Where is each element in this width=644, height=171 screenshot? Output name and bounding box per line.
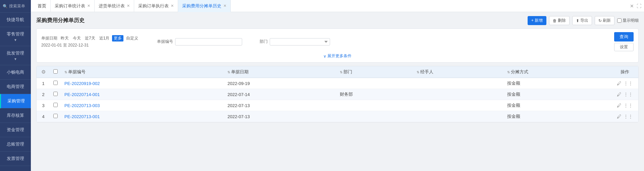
- tab-home[interactable]: 首页: [34, 0, 51, 12]
- tab-purchase-cost-history[interactable]: 采购费用分摊单历史 ✕: [178, 0, 231, 12]
- table-row: 4 PE-20220713-001 2022-07-13 按金额 🖊 ⋮⋮: [37, 111, 638, 122]
- tab-purchase-order-exec-label: 采购订单执行表: [138, 3, 169, 9]
- dept-select[interactable]: 财务部: [270, 38, 330, 46]
- row-checkbox[interactable]: [53, 114, 58, 118]
- more-icon[interactable]: ⋮⋮: [624, 81, 633, 86]
- cell-checkbox[interactable]: [50, 111, 61, 122]
- delete-icon: 🗑: [553, 18, 557, 23]
- table-header: ⚙ ⇅ 单据编号 ⇅ 单据日期: [37, 66, 638, 78]
- doc-no-link[interactable]: PE-20220714-001: [64, 92, 100, 97]
- th-split-method[interactable]: ⇅ 分摊方式: [504, 66, 611, 78]
- cell-ops: 🖊 ⋮⋮: [611, 78, 638, 89]
- ops-icons: 🖊 ⋮⋮: [615, 114, 635, 119]
- cell-handler: [413, 89, 504, 100]
- row-checkbox[interactable]: [53, 103, 58, 107]
- tab-purchase-order-stats[interactable]: 采购订单统计表 ✕: [51, 0, 95, 12]
- sidebar: 🔍 搜索菜单 快捷导航 零售管理 ▼ 批发管理 ▼ 小畅电商 电商管理 采购管理…: [0, 0, 31, 171]
- sidebar-item-ecommerce[interactable]: 电商管理: [0, 80, 31, 94]
- more-icon[interactable]: ⋮⋮: [624, 114, 633, 119]
- sidebar-item-invoice[interactable]: 发票管理: [0, 152, 31, 166]
- export-button[interactable]: ⬆ 导出: [572, 16, 592, 25]
- cell-checkbox[interactable]: [50, 89, 61, 100]
- add-button[interactable]: + 新增: [528, 16, 546, 25]
- more-icon[interactable]: ⋮⋮: [624, 103, 633, 108]
- header-actions: + 新增 🗑 删除 ⬆ 导出 ↻ 刷新 显示明细: [528, 16, 639, 25]
- edit-icon[interactable]: 🖊: [617, 81, 622, 86]
- date-btn-more[interactable]: 更多: [112, 35, 123, 41]
- sidebar-item-ledger[interactable]: 总账管理: [0, 137, 31, 152]
- dept-label: 部门: [260, 39, 268, 45]
- edit-icon[interactable]: 🖊: [617, 114, 622, 119]
- sidebar-ledger-label: 总账管理: [7, 141, 24, 147]
- close-icon[interactable]: ✕: [171, 4, 174, 8]
- th-settings[interactable]: ⚙: [37, 66, 50, 78]
- date-filter-label: 单据日期: [41, 35, 57, 41]
- date-btn-today[interactable]: 今天: [71, 35, 82, 41]
- doc-no-link[interactable]: PE-20220713-001: [64, 114, 100, 119]
- more-icon[interactable]: ⋮⋮: [624, 92, 633, 97]
- cell-checkbox[interactable]: [50, 100, 61, 111]
- sidebar-ecommerce-label: 电商管理: [7, 84, 24, 90]
- select-all-checkbox[interactable]: [53, 69, 58, 74]
- doc-no-label: 单据编号: [157, 39, 173, 45]
- ops-icons: 🖊 ⋮⋮: [615, 92, 635, 97]
- close-icon[interactable]: ✕: [87, 4, 90, 8]
- sidebar-item-nav[interactable]: 快捷导航: [0, 13, 31, 27]
- sidebar-item-finance[interactable]: 资金管理: [0, 123, 31, 137]
- cell-doc-date: 2022-07-13: [224, 111, 336, 122]
- close-icon[interactable]: ✕: [127, 4, 130, 8]
- sidebar-item-ecommerce-small[interactable]: 小畅电商: [0, 65, 31, 80]
- th-handler[interactable]: ⇅ 经手人: [413, 66, 504, 78]
- th-dept[interactable]: ⇅ 部门: [336, 66, 413, 78]
- tab-bar: 首页 采购订单统计表 ✕ 进货单统计表 ✕ 采购订单执行表 ✕ 采购费用分摊单历…: [31, 0, 644, 12]
- doc-no-input[interactable]: [175, 38, 242, 46]
- tab-purchase-goods-stats[interactable]: 进货单统计表 ✕: [95, 0, 134, 12]
- sidebar-item-retail[interactable]: 零售管理 ▼: [0, 27, 31, 46]
- tab-purchase-goods-stats-label: 进货单统计表: [99, 3, 125, 9]
- date-btn-7days[interactable]: 近7天: [84, 35, 97, 41]
- sidebar-item-inventory[interactable]: 库存核算: [0, 108, 31, 123]
- doc-no-link[interactable]: PE-20220713-003: [64, 103, 100, 108]
- sidebar-nav-label: 快捷导航: [7, 17, 24, 23]
- th-doc-no[interactable]: ⇅ 单据编号: [61, 66, 224, 78]
- settings-icon[interactable]: ⚙: [41, 69, 46, 75]
- table-row: 3 PE-20220713-003 2022-07-13 按金额 🖊 ⋮⋮: [37, 100, 638, 111]
- page-title: 采购费用分摊单历史: [36, 17, 85, 24]
- refresh-button[interactable]: ↻ 刷新: [595, 16, 614, 25]
- th-doc-date[interactable]: ⇅ 单据日期: [224, 66, 336, 78]
- close-window-icon[interactable]: ✕: [630, 3, 634, 9]
- date-btn-custom[interactable]: 自定义: [125, 35, 140, 41]
- date-quick-buttons: 昨天 今天 近7天 近1月 更多 自定义: [59, 35, 140, 41]
- edit-icon[interactable]: 🖊: [617, 103, 622, 108]
- row-checkbox[interactable]: [53, 81, 58, 85]
- table-row: 2 PE-20220714-001 2022-07-14 财务部 按金额 🖊 ⋮…: [37, 89, 638, 100]
- close-icon[interactable]: ✕: [223, 4, 226, 8]
- date-btn-1month[interactable]: 近1月: [98, 35, 111, 41]
- tab-purchase-cost-history-label: 采购费用分摊单历史: [182, 3, 221, 9]
- row-checkbox[interactable]: [53, 92, 58, 96]
- sidebar-item-wholesale[interactable]: 批发管理 ▼: [0, 46, 31, 65]
- sidebar-item-purchase[interactable]: 采购管理: [0, 94, 31, 108]
- query-button[interactable]: 查询: [614, 32, 634, 41]
- date-btn-yesterday[interactable]: 昨天: [59, 35, 70, 41]
- sidebar-search[interactable]: 🔍 搜索菜单: [0, 0, 31, 13]
- cell-checkbox[interactable]: [50, 78, 61, 89]
- chevron-down-icon: ∨: [323, 54, 326, 59]
- sidebar-ecommerce-small-label: 小畅电商: [7, 69, 24, 75]
- cell-split-method: 按金额: [504, 100, 611, 111]
- tab-purchase-order-exec[interactable]: 采购订单执行表 ✕: [134, 0, 178, 12]
- chevron-down-icon: ▼: [14, 57, 17, 61]
- cell-ops: 🖊 ⋮⋮: [611, 100, 638, 111]
- sidebar-search-label: 搜索菜单: [9, 3, 25, 9]
- show-detail-input[interactable]: [617, 18, 622, 23]
- show-detail-checkbox[interactable]: 显示明细: [617, 18, 639, 23]
- doc-no-link[interactable]: PE-20220919-002: [64, 81, 100, 86]
- expand-more-button[interactable]: ∨ 展开更多条件: [323, 53, 352, 59]
- sidebar-purchase-label: 采购管理: [7, 98, 25, 104]
- sort-icon: ⇅: [507, 70, 511, 74]
- edit-icon[interactable]: 🖊: [617, 92, 622, 97]
- delete-button[interactable]: 🗑 删除: [549, 16, 570, 25]
- setting-button[interactable]: 设置: [614, 43, 634, 51]
- cell-handler: [413, 111, 504, 122]
- maximize-icon[interactable]: ⛶: [637, 3, 641, 9]
